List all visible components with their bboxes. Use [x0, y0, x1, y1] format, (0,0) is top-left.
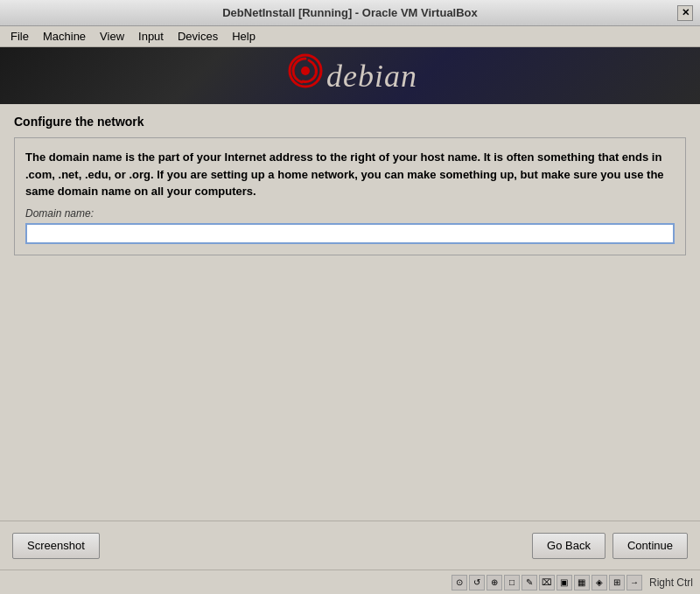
- status-icon-2: ↺: [469, 575, 485, 591]
- menu-machine[interactable]: Machine: [36, 28, 93, 45]
- title-bar: DebNetInstall [Running] - Oracle VM Virt…: [0, 0, 700, 26]
- status-icon-7: ▣: [556, 575, 572, 591]
- domain-name-input[interactable]: [25, 223, 675, 244]
- debian-swirl-icon: [283, 52, 326, 100]
- status-icon-8: ▦: [574, 575, 590, 591]
- menu-devices[interactable]: Devices: [171, 28, 225, 45]
- screenshot-button[interactable]: Screenshot: [12, 533, 100, 559]
- menu-help[interactable]: Help: [225, 28, 262, 45]
- info-box: The domain name is the part of your Inte…: [14, 137, 686, 255]
- debian-logo-text: debian: [326, 58, 417, 94]
- status-icon-10: ⊞: [609, 575, 625, 591]
- window-title: DebNetInstall [Running] - Oracle VM Virt…: [23, 6, 677, 19]
- status-icon-3: ⊕: [486, 575, 502, 591]
- status-icon-6: ⌧: [539, 575, 555, 591]
- close-button[interactable]: ✕: [677, 5, 693, 21]
- go-back-button[interactable]: Go Back: [532, 533, 606, 559]
- status-icons: ⊙ ↺ ⊕ □ ✎ ⌧ ▣ ▦ ◈ ⊞ →: [452, 575, 642, 591]
- right-ctrl-label: Right Ctrl: [649, 577, 693, 589]
- status-icon-11: →: [626, 575, 642, 591]
- nav-buttons: Go Back Continue: [532, 533, 688, 559]
- status-icon-4: □: [504, 575, 520, 591]
- info-text-bold: The domain name is the part of your Inte…: [25, 150, 664, 198]
- menu-view[interactable]: View: [93, 28, 131, 45]
- menu-file[interactable]: File: [4, 28, 36, 45]
- svg-point-1: [301, 66, 310, 75]
- status-icon-9: ◈: [592, 575, 607, 591]
- domain-name-label: Domain name:: [25, 207, 675, 220]
- main-content: Configure the network The domain name is…: [0, 104, 700, 521]
- info-text: The domain name is the part of your Inte…: [25, 149, 675, 200]
- debian-banner: debian: [0, 47, 700, 104]
- status-icon-1: ⊙: [452, 575, 467, 591]
- page-title: Configure the network: [14, 115, 686, 129]
- bottom-area: Screenshot Go Back Continue: [0, 521, 700, 570]
- menu-bar: File Machine View Input Devices Help: [0, 26, 700, 47]
- menu-input[interactable]: Input: [131, 28, 171, 45]
- status-icon-5: ✎: [522, 575, 537, 591]
- continue-button[interactable]: Continue: [612, 533, 688, 559]
- status-bar: ⊙ ↺ ⊕ □ ✎ ⌧ ▣ ▦ ◈ ⊞ → Right Ctrl: [0, 570, 700, 594]
